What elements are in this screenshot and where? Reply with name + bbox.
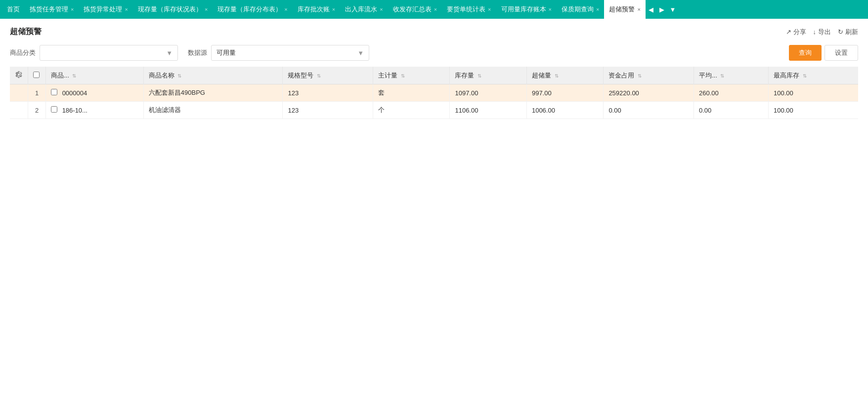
- table-header-max-stock[interactable]: 最高库存 ⇅: [768, 67, 858, 84]
- nav-prev-arrow[interactable]: ◀: [646, 0, 656, 19]
- table-header-unit[interactable]: 主计量 ⇅: [373, 67, 449, 84]
- page-title: 超储预警: [10, 27, 42, 37]
- header-actions: ↗ 分享 ↓ 导出 ↻ 刷新: [786, 28, 859, 37]
- row1-stock: 1097.00: [450, 84, 526, 102]
- row2-unit: 个: [373, 102, 449, 119]
- nav-expand-arrow[interactable]: ▼: [667, 0, 678, 19]
- row1-avg: 260.00: [694, 84, 768, 102]
- table-header-product-code[interactable]: 商品... ⇅: [46, 67, 144, 84]
- row2-settings-cell: [10, 102, 28, 119]
- datasource-dropdown-icon: ▼: [357, 49, 364, 57]
- nav-tab-available[interactable]: 可用量库存账本 ×: [496, 0, 557, 19]
- close-tab-summary[interactable]: ×: [434, 6, 437, 12]
- sort-icon-unit: ⇅: [401, 73, 405, 79]
- row1-num: 1: [28, 84, 46, 102]
- nav-tab-inventory-dist[interactable]: 现存量（库存分布表） ×: [213, 0, 292, 19]
- sort-icon-capital: ⇅: [638, 73, 642, 79]
- table-row: 1 0000004 六配套新昌490BPG 123 套 1097.00 997.…: [10, 84, 858, 102]
- table-header-settings: [10, 67, 28, 84]
- gear-icon: [15, 71, 23, 79]
- row1-checkbox[interactable]: [51, 89, 57, 95]
- top-nav: 首页 拣货任务管理 × 拣货异常处理 × 现存量（库存状况表） × 现存量（库存…: [0, 0, 868, 19]
- share-button[interactable]: ↗ 分享: [786, 28, 806, 37]
- table-header-capital[interactable]: 资金占用 ⇅: [604, 67, 694, 84]
- nav-tab-batch[interactable]: 库存批次账 ×: [293, 0, 340, 19]
- filter-row: 商品分类 ▼ 数据源 可用量 ▼ 查询 设置: [10, 45, 858, 61]
- sort-icon-max-stock: ⇅: [803, 73, 807, 79]
- nav-tab-expiry[interactable]: 保质期查询 ×: [557, 0, 604, 19]
- row1-capital: 259220.00: [604, 84, 694, 102]
- table-header-stock[interactable]: 库存量 ⇅: [450, 67, 526, 84]
- row2-spec: 123: [283, 102, 373, 119]
- share-icon: ↗: [786, 28, 791, 36]
- datasource-value: 可用量: [217, 48, 236, 57]
- product-category-dropdown-icon: ▼: [166, 49, 173, 57]
- row2-product-code: 186-10...: [46, 102, 144, 119]
- nav-tab-flow[interactable]: 出入库流水 ×: [340, 0, 388, 19]
- row1-settings-cell: [10, 84, 28, 102]
- filter-datasource: 数据源 可用量 ▼: [188, 45, 369, 61]
- table-row: 2 186-10... 机油滤清器 123 个 1106.00 1006.00 …: [10, 102, 858, 119]
- close-tab-task[interactable]: ×: [71, 6, 74, 12]
- row2-checkbox[interactable]: [51, 106, 57, 113]
- row1-spec: 123: [283, 84, 373, 102]
- row2-capital: 0.00: [604, 102, 694, 119]
- nav-tab-inventory-status[interactable]: 现存量（库存状况表） ×: [133, 0, 213, 19]
- close-tab-exception[interactable]: ×: [125, 6, 128, 12]
- sort-icon-stock: ⇅: [477, 73, 481, 79]
- sort-icon-overstock: ⇅: [555, 73, 559, 79]
- page-content: 超储预警 ↗ 分享 ↓ 导出 ↻ 刷新 商品分类 ▼ 数据源: [0, 19, 868, 395]
- close-tab-overstock[interactable]: ×: [637, 6, 640, 12]
- close-tab-order-stats[interactable]: ×: [488, 6, 491, 12]
- close-tab-flow[interactable]: ×: [380, 6, 383, 12]
- export-button[interactable]: ↓ 导出: [813, 28, 831, 37]
- sort-icon-product-code: ⇅: [72, 73, 76, 79]
- row1-product-name: 六配套新昌490BPG: [143, 84, 283, 102]
- datasource-label: 数据源: [188, 48, 207, 57]
- nav-tab-overstock[interactable]: 超储预警 ×: [604, 0, 645, 19]
- close-tab-inventory-status[interactable]: ×: [205, 6, 208, 12]
- product-category-label: 商品分类: [10, 48, 36, 57]
- table-header-overstock[interactable]: 超储量 ⇅: [526, 67, 603, 84]
- data-table: 商品... ⇅ 商品名称 ⇅ 规格型号 ⇅ 主计量 ⇅ 库存量 ⇅: [10, 67, 858, 119]
- row1-max-stock: 100.00: [768, 84, 858, 102]
- nav-next-arrow[interactable]: ▶: [656, 0, 667, 19]
- close-tab-inventory-dist[interactable]: ×: [284, 6, 287, 12]
- table-header-spec[interactable]: 规格型号 ⇅: [283, 67, 373, 84]
- table-header-avg[interactable]: 平均... ⇅: [694, 67, 768, 84]
- export-icon: ↓: [813, 28, 817, 36]
- select-all-checkbox[interactable]: [33, 72, 40, 78]
- product-category-select[interactable]: ▼: [40, 45, 178, 61]
- row2-stock: 1106.00: [450, 102, 526, 119]
- nav-tab-exception[interactable]: 拣货异常处理 ×: [79, 0, 132, 19]
- datasource-select[interactable]: 可用量 ▼: [211, 45, 369, 61]
- close-tab-expiry[interactable]: ×: [596, 6, 599, 12]
- query-button[interactable]: 查询: [789, 45, 822, 61]
- sort-icon-product-name: ⇅: [177, 73, 181, 79]
- row2-max-stock: 100.00: [768, 102, 858, 119]
- filter-product-category: 商品分类 ▼: [10, 45, 178, 61]
- row1-product-code: 0000004: [46, 84, 144, 102]
- refresh-button[interactable]: ↻ 刷新: [838, 28, 858, 37]
- filter-actions: 查询 设置: [789, 45, 858, 61]
- nav-tab-summary[interactable]: 收发存汇总表 ×: [388, 0, 442, 19]
- close-tab-batch[interactable]: ×: [332, 6, 335, 12]
- row1-overstock: 997.00: [526, 84, 603, 102]
- row1-unit: 套: [373, 84, 449, 102]
- close-tab-available[interactable]: ×: [549, 6, 552, 12]
- sort-icon-avg: ⇅: [720, 73, 724, 79]
- nav-tab-order-stats[interactable]: 要货单统计表 ×: [442, 0, 496, 19]
- row2-overstock: 1006.00: [526, 102, 603, 119]
- nav-tab-task[interactable]: 拣货任务管理 ×: [25, 0, 79, 19]
- settings-button[interactable]: 设置: [825, 45, 858, 61]
- table-header-product-name[interactable]: 商品名称 ⇅: [143, 67, 283, 84]
- nav-tab-home[interactable]: 首页: [2, 0, 25, 19]
- table-header-checkbox[interactable]: [28, 67, 46, 84]
- page-header: 超储预警 ↗ 分享 ↓ 导出 ↻ 刷新: [10, 27, 858, 37]
- sort-icon-spec: ⇅: [317, 73, 321, 79]
- row2-num: 2: [28, 102, 46, 119]
- row2-avg: 0.00: [694, 102, 768, 119]
- row2-product-name: 机油滤清器: [143, 102, 283, 119]
- table-header-row: 商品... ⇅ 商品名称 ⇅ 规格型号 ⇅ 主计量 ⇅ 库存量 ⇅: [10, 67, 858, 84]
- refresh-icon: ↻: [838, 28, 843, 36]
